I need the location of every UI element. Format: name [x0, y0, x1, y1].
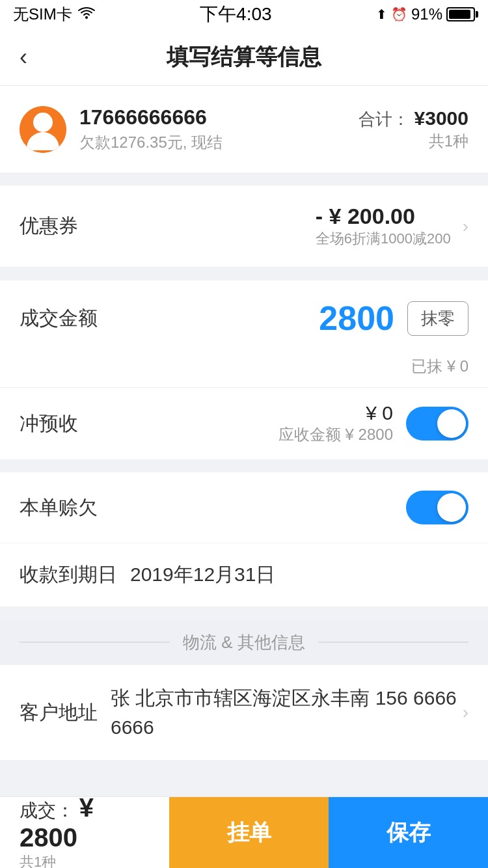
logistics-text: 物流 & 其他信息	[170, 631, 318, 654]
status-time: 下午4:03	[200, 2, 272, 27]
total-label: 合计：	[359, 109, 409, 129]
debt-toggle-knob	[437, 493, 466, 522]
amount-label: 成交金额	[20, 305, 98, 332]
pending-button[interactable]: 挂单	[169, 797, 329, 869]
status-bar: 无SIM卡 下午4:03 ⬆ ⏰ 91%	[0, 0, 488, 29]
chevron-right-icon: ›	[463, 216, 468, 237]
page-title: 填写结算等信息	[167, 42, 321, 72]
prepay-sub: 应收金额 ¥ 2800	[278, 424, 393, 445]
coupon-discount: - ¥ 200.00	[316, 204, 451, 229]
bottom-gap	[0, 760, 488, 786]
due-date-row: 收款到期日 2019年12月31日	[0, 543, 488, 606]
prepay-right: ¥ 0 应收金额 ¥ 2800	[278, 402, 468, 445]
debt-row: 本单赊欠	[0, 472, 488, 543]
section-gap-1	[0, 267, 488, 280]
debt-label: 本单赊欠	[20, 495, 98, 521]
wifi-icon	[77, 5, 96, 23]
carrier-label: 无SIM卡	[13, 4, 72, 25]
deal-label: 成交：	[20, 800, 74, 821]
status-right: ⬆ ⏰ 91%	[376, 5, 475, 23]
prepay-label: 冲预收	[20, 411, 78, 437]
prepay-row: 冲预收 ¥ 0 应收金额 ¥ 2800	[0, 387, 488, 459]
amount-right: 2800 抹零	[319, 299, 468, 338]
toggle-knob	[437, 409, 466, 438]
prepay-toggle[interactable]	[406, 407, 468, 441]
bottom-bar: 成交： ¥ 2800 共1种 挂单 保存	[0, 796, 488, 868]
customer-total: 合计： ¥3000 共1种	[359, 107, 468, 152]
coupon-desc: 全场6折满1000减200	[316, 229, 451, 249]
main-content: 17666666666 欠款1276.35元, 现结 合计： ¥3000 共1种…	[0, 86, 488, 864]
address-chevron-icon: ›	[463, 702, 468, 723]
customer-debt: 欠款1276.35元, 现结	[79, 132, 223, 153]
amount-value: 2800	[319, 299, 394, 338]
alarm-icon: ⏰	[391, 7, 407, 22]
svg-point-0	[85, 16, 88, 19]
back-button[interactable]: ‹	[20, 44, 59, 71]
customer-phone: 17666666666	[79, 105, 223, 129]
coupon-right: - ¥ 200.00 全场6折满1000减200 ›	[316, 204, 468, 249]
address-value: 张 北京市市辖区海淀区永丰南 156 6666 6666	[111, 683, 457, 742]
nav-bar: ‹ 填写结算等信息	[0, 29, 488, 86]
deal-count: 共1种	[20, 852, 150, 868]
customer-card: 17666666666 欠款1276.35元, 现结 合计： ¥3000 共1种	[0, 86, 488, 172]
address-label: 客户地址	[20, 699, 98, 726]
customer-left: 17666666666 欠款1276.35元, 现结	[20, 105, 223, 153]
coupon-row[interactable]: 优惠券 - ¥ 200.00 全场6折满1000减200 ›	[0, 185, 488, 267]
prepay-values: ¥ 0 应收金额 ¥ 2800	[278, 402, 393, 445]
prepay-amount: ¥ 0	[278, 402, 393, 424]
total-amount: ¥3000	[414, 107, 468, 129]
avatar	[20, 106, 66, 153]
battery-percent: 91%	[411, 5, 442, 23]
total-count: 共1种	[359, 131, 468, 152]
amount-row: 成交金额 2800 抹零	[0, 280, 488, 356]
amount-section: 成交金额 2800 抹零 已抹 ¥ 0 冲预收 ¥ 0 应收金额 ¥ 2800	[0, 280, 488, 459]
round-button[interactable]: 抹零	[407, 301, 468, 336]
status-left: 无SIM卡	[13, 4, 96, 25]
coupon-label: 优惠券	[20, 213, 78, 239]
section-gap-2	[0, 459, 488, 472]
location-icon: ⬆	[376, 7, 387, 22]
due-date-label: 收款到期日	[20, 562, 117, 588]
bottom-summary: 成交： ¥ 2800 共1种	[0, 793, 169, 868]
logistics-divider: 物流 & 其他信息	[0, 619, 488, 665]
debt-toggle[interactable]	[406, 491, 468, 524]
amount-sub: 已抹 ¥ 0	[0, 356, 488, 387]
address-row[interactable]: 客户地址 张 北京市市辖区海淀区永丰南 156 6666 6666 ›	[0, 665, 488, 760]
save-button[interactable]: 保存	[329, 797, 488, 869]
customer-info: 17666666666 欠款1276.35元, 现结	[79, 105, 223, 153]
due-date-value: 2019年12月31日	[130, 562, 275, 588]
section-gap-3	[0, 606, 488, 619]
battery-icon	[446, 7, 475, 21]
